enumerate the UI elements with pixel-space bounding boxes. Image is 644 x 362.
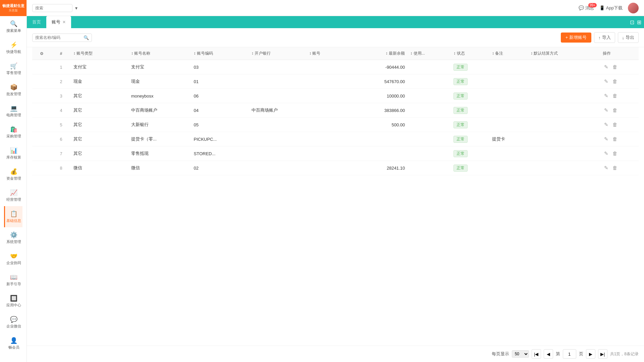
sidebar-item-13[interactable]: 🔲应用中心 bbox=[4, 291, 22, 312]
sidebar-item-15[interactable]: 👤畅会员 bbox=[4, 333, 22, 354]
row-account bbox=[307, 118, 355, 132]
page-suffix: 页 bbox=[579, 351, 583, 357]
sidebar-item-1[interactable]: ⚡快捷导航 bbox=[4, 37, 22, 58]
per-page-label: 每页显示 bbox=[492, 351, 509, 357]
page-last-button[interactable]: ▶| bbox=[598, 349, 607, 359]
delete-button[interactable]: 🗑 bbox=[611, 164, 619, 171]
col-use[interactable]: ↕ 使用... bbox=[408, 47, 451, 60]
page-prev-button[interactable]: ◀ bbox=[544, 349, 553, 359]
col-account[interactable]: ↕ 账号 bbox=[307, 47, 355, 60]
sidebar-item-8[interactable]: 📈经营管理 bbox=[4, 185, 22, 206]
topnav-search-input[interactable] bbox=[32, 4, 72, 12]
row-balance: 383866.00 bbox=[355, 103, 408, 118]
app-download-label: App下载 bbox=[606, 5, 623, 11]
sidebar-item-0[interactable]: 🔍搜索菜单 bbox=[4, 16, 22, 37]
sidebar-item-4[interactable]: 💻电商管理 bbox=[4, 101, 22, 122]
edit-button[interactable]: ✎ bbox=[603, 135, 610, 143]
row-bank bbox=[249, 146, 307, 161]
row-status: 正常 bbox=[451, 118, 489, 132]
export-icon: ↓ bbox=[622, 35, 625, 40]
add-account-button[interactable]: + 新增账号 bbox=[561, 33, 591, 43]
row-default bbox=[528, 146, 600, 161]
row-default bbox=[528, 74, 600, 89]
sidebar-icon-4: 💻 bbox=[10, 105, 17, 112]
delete-button[interactable]: 🗑 bbox=[611, 92, 619, 99]
row-type: 支付宝 bbox=[71, 60, 128, 74]
edit-button[interactable]: ✎ bbox=[603, 121, 610, 128]
sidebar-item-3[interactable]: 📦批发管理 bbox=[4, 79, 22, 101]
edit-button[interactable]: ✎ bbox=[603, 150, 610, 157]
sidebar-item-7[interactable]: 💰资金管理 bbox=[4, 164, 22, 185]
app-download-button[interactable]: 📱 App下载 bbox=[599, 5, 623, 11]
delete-button[interactable]: 🗑 bbox=[611, 63, 619, 70]
sidebar-item-2[interactable]: 🛒零售管理 bbox=[4, 58, 22, 79]
delete-button[interactable]: 🗑 bbox=[611, 121, 619, 128]
row-actions: ✎ 🗑 bbox=[600, 118, 639, 132]
row-status: 正常 bbox=[451, 103, 489, 118]
page-next-button[interactable]: ▶ bbox=[586, 349, 595, 359]
sidebar-item-6[interactable]: 📊库存核算 bbox=[4, 143, 22, 164]
toolbar-left: 🔍 bbox=[32, 34, 92, 42]
sidebar-item-10[interactable]: ⚙️系统管理 bbox=[4, 227, 22, 248]
user-avatar[interactable] bbox=[628, 3, 639, 13]
sidebar-icon-9: 📋 bbox=[10, 210, 17, 218]
export-button[interactable]: ↓ 导出 bbox=[618, 32, 639, 43]
col-gear[interactable]: ⚙ bbox=[32, 47, 51, 60]
topnav-dropdown-button[interactable]: ▾ bbox=[75, 5, 77, 11]
row-balance: 500.00 bbox=[355, 118, 408, 132]
delete-button[interactable]: 🗑 bbox=[611, 107, 619, 114]
sidebar-item-12[interactable]: 📖新手引导 bbox=[4, 269, 22, 291]
sidebar-item-11[interactable]: 🤝企业协同 bbox=[4, 248, 22, 269]
row-type: 微信 bbox=[71, 161, 128, 175]
delete-button[interactable]: 🗑 bbox=[611, 150, 619, 157]
col-code[interactable]: ↕ 账号编码 bbox=[191, 47, 249, 60]
app-name: 畅捷通财生意 bbox=[2, 3, 24, 8]
row-use bbox=[408, 74, 451, 89]
table-row: 3 其它 moneybosx 06 10000.00 正常 ✎ 🗑 bbox=[32, 89, 639, 103]
sidebar-icon-1: ⚡ bbox=[10, 41, 17, 49]
sidebar-item-5[interactable]: 🛍️采购管理 bbox=[4, 122, 22, 143]
page-number-input[interactable] bbox=[563, 349, 576, 359]
row-type: 现金 bbox=[71, 74, 128, 89]
tab-home-label: 首页 bbox=[32, 19, 41, 25]
row-gear bbox=[32, 74, 51, 89]
row-name: moneybosx bbox=[128, 89, 191, 103]
tab-expand-icon[interactable]: ⊞ bbox=[637, 19, 641, 25]
per-page-select[interactable]: 50 100 200 bbox=[512, 350, 529, 358]
sidebar-icon-3: 📦 bbox=[10, 83, 17, 91]
message-button[interactable]: 💬 消息 99+ bbox=[579, 5, 594, 11]
tab-account[interactable]: 账号 ✕ bbox=[46, 16, 71, 28]
search-input[interactable] bbox=[35, 35, 82, 40]
col-default[interactable]: ↕ 默认结算方式 bbox=[528, 47, 600, 60]
import-button[interactable]: ↑ 导入 bbox=[594, 32, 615, 43]
tab-home[interactable]: 首页 bbox=[27, 16, 46, 28]
row-gear bbox=[32, 132, 51, 146]
row-name: 提货卡（零... bbox=[128, 132, 191, 146]
edit-button[interactable]: ✎ bbox=[603, 78, 610, 85]
edit-button[interactable]: ✎ bbox=[603, 92, 610, 100]
table-row: 7 其它 零售抵现 STORED... 正常 ✎ 🗑 bbox=[32, 146, 639, 161]
sidebar-item-9[interactable]: 📋基础信息 bbox=[4, 206, 22, 227]
tab-minimize-icon[interactable]: ⊡ bbox=[630, 19, 634, 25]
edit-button[interactable]: ✎ bbox=[603, 164, 610, 172]
col-name[interactable]: ↕ 账号名称 bbox=[128, 47, 191, 60]
edit-button[interactable]: ✎ bbox=[603, 63, 610, 71]
col-balance[interactable]: ↕ 最新余额 bbox=[355, 47, 408, 60]
row-type: 其它 bbox=[71, 103, 128, 118]
delete-button[interactable]: 🗑 bbox=[611, 135, 619, 142]
table-header: ⚙ # ↕ 账号类型 ↕ 账号名称 ↕ 账号编码 ↕ 开户银行 ↕ 账号 ↕ 最… bbox=[32, 47, 639, 60]
row-type: 其它 bbox=[71, 146, 128, 161]
edit-button[interactable]: ✎ bbox=[603, 107, 610, 114]
row-name: 现金 bbox=[128, 74, 191, 89]
sidebar-item-14[interactable]: 💬企业微信 bbox=[4, 312, 22, 333]
page-total: 共1页，8条记录 bbox=[610, 351, 639, 357]
row-actions: ✎ 🗑 bbox=[600, 161, 639, 175]
delete-button[interactable]: 🗑 bbox=[611, 78, 619, 85]
row-account bbox=[307, 146, 355, 161]
col-bank[interactable]: ↕ 开户银行 bbox=[249, 47, 307, 60]
col-type[interactable]: ↕ 账号类型 bbox=[71, 47, 128, 60]
tab-account-close[interactable]: ✕ bbox=[62, 20, 66, 24]
col-note[interactable]: ↕ 备注 bbox=[489, 47, 528, 60]
col-status[interactable]: ↕ 状态 bbox=[451, 47, 489, 60]
page-first-button[interactable]: |◀ bbox=[532, 349, 541, 359]
